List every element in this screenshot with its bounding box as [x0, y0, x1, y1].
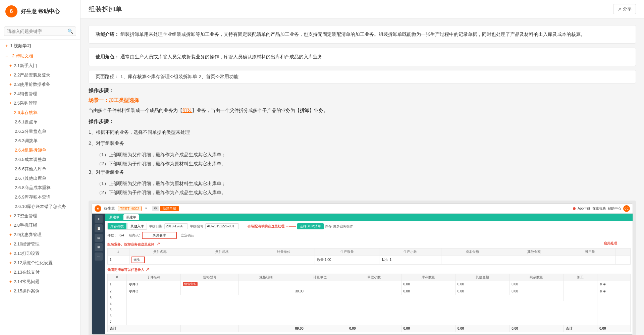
- sidebar-item-2-14[interactable]: + 2.14常见问题: [0, 277, 80, 286]
- mock-form-area: 库存调拨 其他入库 单据日期 2019-12-26 单据编号 AD-201912…: [105, 221, 633, 334]
- sidebar-item-2-6[interactable]: − 2.6库存核算: [0, 108, 80, 117]
- sidebar-item-2-7[interactable]: + 2.7资金管理: [0, 211, 80, 221]
- sidebar-item-2-8[interactable]: + 2.8手机旺铺: [0, 221, 80, 230]
- mock-bottom-footer-row: 合计 89.00 0.00 0.00 0.00 0.00: [108, 325, 631, 332]
- mock-ann4-text: 无固定清单可以任意录入: [107, 268, 144, 272]
- mock-parent-name-input[interactable]: 光头: [131, 257, 145, 263]
- feature-intro-text: 组装拆卸单用来处理企业组装或拆卸等加工业务，支持有固定装配清单的产品加工业务，也…: [120, 32, 585, 37]
- mock-left-icon-5: ⋯: [95, 253, 103, 261]
- mock-bottom-row-2: 2 零件 2 30.00 0.00 0.00: [108, 288, 631, 295]
- expand-icon-2-6: −: [9, 110, 12, 115]
- mock-bottom-row-1: 1 零件 1 组装业务 0.00 0.00: [108, 281, 631, 288]
- sidebar-item-2-6-6[interactable]: 2.6.6其他入库单: [0, 164, 80, 174]
- search-wrap[interactable]: 🔍: [4, 26, 76, 36]
- mock-titlebar-right: App下载 在线帮助 帮助中心 CC: [573, 205, 630, 212]
- sidebar-item-2-5[interactable]: + 2.5采购管理: [0, 99, 80, 108]
- expand-icon-2-12: +: [9, 261, 12, 265]
- mock-number-input[interactable]: AD-20191226-001: [205, 223, 239, 229]
- page-title: 组装拆卸单: [89, 5, 122, 14]
- link-assemble[interactable]: 组装: [182, 108, 192, 113]
- mock-content-area: ≡ 📋 ▤ ⊞ ⋯ 新建单 新建单: [92, 214, 633, 334]
- mock-btd-1-sub: [347, 281, 401, 288]
- mock-bottom-row-5: 5: [108, 307, 631, 313]
- mock-new-btn[interactable]: 新建单据: [160, 206, 179, 211]
- sidebar-item-2-6-1[interactable]: 2.6.1盘点单: [0, 117, 80, 127]
- mock-refresh-btn[interactable]: ⚙: [152, 206, 159, 211]
- mock-type-btn-1[interactable]: 库存调拨: [108, 223, 126, 229]
- mock-tab-1[interactable]: 新建单: [107, 214, 122, 220]
- mock-top-table: # 父件名称 父件规格 计量单位 生产数量 生产小数 成本金额: [107, 248, 631, 265]
- expand-icon-2-2: +: [9, 73, 12, 77]
- mock-btd-4-empty: [126, 301, 597, 307]
- sidebar-item-2-13[interactable]: + 2.13在线支付: [0, 268, 80, 277]
- mock-bfoot-2: [239, 325, 293, 332]
- path-intro-section: 页面路径： 1、库存核算->库存管理->组装拆卸单 2、首页->常用功能: [89, 70, 636, 83]
- mock-btd-2-ops: ⊕ ⊗: [597, 288, 631, 295]
- mock-bth-ops: [597, 274, 631, 281]
- mock-left-icon-2: 📋: [95, 224, 103, 232]
- mock-bfoot-7: 0.00: [509, 325, 564, 332]
- mock-operator-input[interactable]: 所属仓库: [142, 232, 177, 239]
- mock-form-row-2: 件数： 3/4 经办人: 所属仓库 立定确认: [107, 232, 631, 239]
- sidebar-item-2-2[interactable]: + 2.2产品安装及登录: [0, 70, 80, 80]
- mock-bth-name: 子件名称: [126, 274, 180, 281]
- sidebar-item-2-11[interactable]: + 2.11打印设置: [0, 249, 80, 258]
- sidebar-item-2-6-2[interactable]: 2.6.2分量盘点单: [0, 127, 80, 136]
- sidebar-item-2-4[interactable]: + 2.4销售管理: [0, 89, 80, 99]
- mock-bth-seq: #: [108, 274, 127, 281]
- mock-btd-1-other: 0.00: [455, 281, 509, 288]
- mock-bottom-row-3: 3: [108, 295, 631, 301]
- main-header: 组装拆卸单 ↗ 分享: [80, 0, 644, 18]
- mock-top-td-1-other: [503, 255, 565, 264]
- mock-th-other: 其他金额: [503, 248, 565, 255]
- mock-ann3-text: 启用处理: [604, 241, 617, 246]
- mock-confirm-btn[interactable]: 立定确认: [181, 233, 194, 238]
- search-box: 🔍: [0, 23, 80, 40]
- mock-btd-3-empty: [126, 295, 564, 301]
- sidebar-item-1[interactable]: + 1.视频学习: [0, 41, 80, 51]
- mock-date-input[interactable]: 2019-12-26: [164, 223, 188, 229]
- mock-bfoot-1: [180, 325, 239, 332]
- mock-btd-4-seq: 4: [108, 301, 127, 307]
- mock-left-panel: ≡ 📋 ▤ ⊞ ⋯: [92, 214, 105, 334]
- search-input[interactable]: [7, 29, 67, 34]
- mock-type-btn-2[interactable]: 其他入库: [127, 223, 147, 229]
- sidebar-item-2-12[interactable]: + 2.12系统个性化设置: [0, 258, 80, 268]
- search-icon[interactable]: 🔍: [67, 29, 73, 34]
- sidebar-item-2-1[interactable]: + 2.1新手入门: [0, 61, 80, 70]
- sidebar-item-2-6-5[interactable]: 2.6.5成本调整单: [0, 155, 80, 164]
- mock-company: TEST-H002: [118, 206, 142, 211]
- share-button[interactable]: ↗ 分享: [613, 4, 636, 14]
- ops-section: 操作步骤： 场景一：加工类型选择 当由多个子件材料组装成一个成品的业务为【组装】…: [89, 88, 636, 335]
- mock-top-td-1-unit: [253, 255, 315, 264]
- path-intro-label: 页面路径：: [96, 74, 119, 79]
- disassemble-text: 拆卸: [300, 108, 309, 113]
- mock-btd-6-empty: [126, 313, 597, 319]
- sidebar-item-2-6-8[interactable]: 2.6.8商品成本重算: [0, 183, 80, 192]
- sidebar-item-2-10[interactable]: + 2.10经营管理: [0, 239, 80, 249]
- sidebar-item-2-6-4[interactable]: 2.6.4组装拆卸单: [0, 146, 80, 155]
- mock-center-label: 帮助中心: [608, 206, 621, 211]
- mock-operator-label: 经办人:: [129, 233, 140, 238]
- sidebar-item-2[interactable]: − 2.帮助文档: [0, 51, 80, 61]
- sidebar-item-2-6-10[interactable]: 2.6.10库存账本错了怎么办: [0, 202, 80, 211]
- mock-top-table-row-1: 1 光头 数量:1.00 1/小=1: [108, 255, 631, 264]
- mock-btd-2-unit: 30.00: [293, 288, 347, 295]
- sidebar-item-2-9[interactable]: + 2.9优惠券管理: [0, 230, 80, 239]
- sidebar: 6 好生意 帮助中心 🔍 + 1.视频学习 − 2.帮助文档 + 2.1新手入门…: [0, 0, 80, 335]
- mock-bell-icon: [573, 207, 576, 210]
- sidebar-item-2-6-7[interactable]: 2.6.7其他出库单: [0, 174, 80, 183]
- mock-ops-label: 更多业务操作: [333, 224, 353, 229]
- mock-btd-1-seq: 1: [108, 281, 127, 288]
- mock-bom-btn[interactable]: 选择BOM清单: [297, 223, 324, 229]
- sidebar-item-2-6-3[interactable]: 2.6.3调拨单: [0, 136, 80, 146]
- mock-bfoot-3: 89.00: [293, 325, 347, 332]
- mock-bth-spec: 规格型号: [180, 274, 239, 281]
- mock-btd-7-empty: [126, 319, 597, 325]
- sidebar-item-2-6-9[interactable]: 2.6.9库存账本查询: [0, 192, 80, 202]
- step-3: 3、对于拆装业务: [89, 168, 636, 176]
- sidebar-item-2-3[interactable]: + 2.3使用前数据准备: [0, 80, 80, 89]
- sidebar-item-2-15[interactable]: + 2.15操作案例: [0, 286, 80, 296]
- mock-tab-2[interactable]: 新建单: [123, 214, 139, 220]
- mock-main-panel: 新建单 新建单 库存调拨 其他入库: [105, 214, 633, 334]
